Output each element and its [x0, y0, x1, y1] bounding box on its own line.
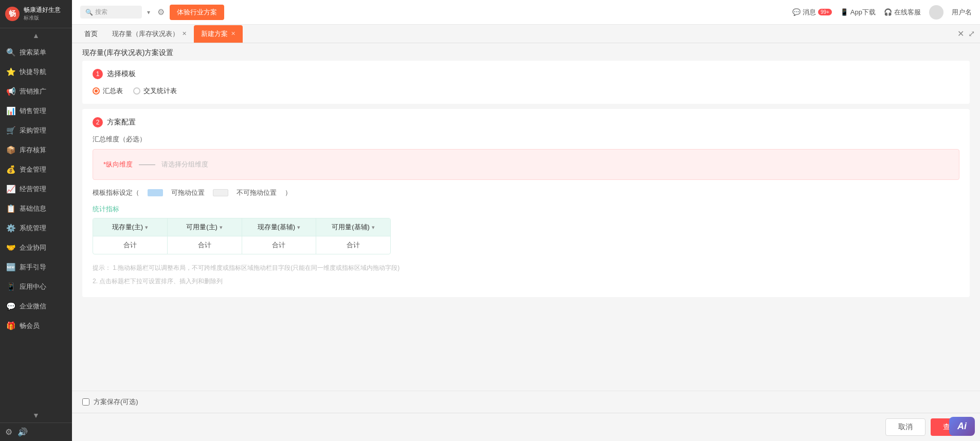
cancel-button[interactable]: 取消 — [885, 418, 925, 436]
stats-col-2-label: 现存量(基辅) — [258, 223, 296, 232]
trial-btn[interactable]: 体验行业方案 — [170, 5, 224, 20]
tab-new-plan-close[interactable]: ✕ — [231, 30, 235, 37]
section2-label: 方案配置 — [107, 118, 136, 127]
sound-icon[interactable]: 🔊 — [17, 427, 28, 437]
sidebar-item-inventory[interactable]: 📦 库存核算 — [0, 140, 72, 160]
dimension-required: *纵向维度 — [103, 160, 133, 169]
sidebar-item-basic[interactable]: 📋 基础信息 — [0, 199, 72, 218]
tab-inventory-close[interactable]: ✕ — [182, 30, 187, 37]
ai-badge[interactable]: Ai — [949, 417, 975, 436]
sidebar-item-newbie-label: 新手引导 — [20, 263, 46, 272]
sidebar-item-purchase[interactable]: 🛒 采购管理 — [0, 121, 72, 140]
stats-header-row: 现存量(主) ▾ 可用量(主) ▾ 现存量(基辅) ▾ — [93, 218, 390, 236]
indicator-draggable-label: 可拖动位置 — [171, 188, 205, 197]
non-draggable-indicator — [213, 189, 228, 196]
save-checkbox[interactable] — [82, 398, 89, 406]
topbar: 🔍 搜索 ▾ ⚙ 体验行业方案 💬 消息 99+ 📱 App下载 🎧 在线客服 … — [72, 0, 980, 25]
col2-dropdown-icon[interactable]: ▾ — [297, 224, 300, 231]
marketing-icon: 📢 — [6, 87, 15, 96]
dropdown-chevron[interactable]: ▾ — [147, 9, 150, 16]
sidebar-item-sales-label: 销售管理 — [20, 106, 46, 116]
sidebar-item-sales[interactable]: 📊 销售管理 — [0, 101, 72, 121]
sidebar-item-basic-label: 基础信息 — [20, 204, 46, 213]
radio-summary-circle — [93, 87, 100, 95]
tabs-bar: 首页 现存量（库存状况表） ✕ 新建方案 ✕ ✕ ⤢ — [72, 25, 980, 43]
message-icon: 💬 — [792, 8, 801, 16]
tab-inventory[interactable]: 现存量（库存状况表） ✕ — [105, 25, 194, 43]
radio-summary-label: 汇总表 — [103, 86, 123, 96]
panel-expand-btn[interactable]: ⤢ — [968, 29, 975, 39]
stats-body-row: 合计 合计 合计 合计 — [93, 236, 390, 254]
stats-section: 统计指标 现存量(主) ▾ 可用量(主) ▾ — [93, 205, 959, 254]
search-icon: 🔍 — [85, 9, 93, 16]
app-version: 标准版 — [24, 14, 61, 22]
customer-service-btn[interactable]: 🎧 在线客服 — [884, 8, 921, 17]
sidebar-item-quicknav-label: 快捷导航 — [20, 67, 46, 77]
sidebar-item-management-label: 经营管理 — [20, 185, 46, 194]
stats-col-1[interactable]: 可用量(主) ▾ — [168, 218, 242, 236]
sidebar-item-inventory-label: 库存核算 — [20, 145, 46, 155]
message-badge: 99+ — [818, 9, 832, 15]
stats-col-2[interactable]: 现存量(基辅) ▾ — [242, 218, 317, 236]
col1-dropdown-icon[interactable]: ▾ — [220, 224, 223, 231]
indicator-row: 模板指标设定（ 可拖动位置 不可拖动位置 ） — [93, 188, 959, 197]
app-download-btn[interactable]: 📱 App下载 — [840, 8, 876, 17]
app-name-block: 畅康通好生意 标准版 — [24, 6, 61, 22]
stats-col-0[interactable]: 现存量(主) ▾ — [93, 218, 168, 236]
bottom-bar: 取消 查询 — [72, 413, 980, 441]
sidebar-item-collab-label: 企业协同 — [20, 243, 46, 252]
radio-cross[interactable]: 交叉统计表 — [133, 86, 177, 96]
dimension-placeholder[interactable]: 请选择分组维度 — [161, 160, 208, 169]
sidebar-item-finance[interactable]: 💰 资金管理 — [0, 160, 72, 179]
sidebar-item-appstore[interactable]: 📱 应用中心 — [0, 277, 72, 297]
sidebar-item-member[interactable]: 🎁 畅会员 — [0, 316, 72, 336]
col0-dropdown-icon[interactable]: ▾ — [145, 224, 148, 231]
template-options: 汇总表 交叉统计表 — [93, 86, 959, 96]
wechat-icon: 💬 — [6, 302, 15, 311]
sidebar-item-marketing[interactable]: 📢 营销推广 — [0, 82, 72, 101]
ai-label: Ai — [957, 421, 967, 431]
sidebar-item-system[interactable]: ⚙️ 系统管理 — [0, 218, 72, 238]
sidebar-item-marketing-label: 营销推广 — [20, 87, 46, 96]
message-btn[interactable]: 💬 消息 99+ — [792, 8, 832, 17]
sales-icon: 📊 — [6, 106, 15, 116]
gear-icon[interactable]: ⚙ — [157, 7, 165, 17]
tab-new-plan[interactable]: 新建方案 ✕ — [194, 25, 243, 43]
sidebar-item-collab[interactable]: 🤝 企业协同 — [0, 238, 72, 258]
radio-summary[interactable]: 汇总表 — [93, 86, 123, 96]
quicknav-icon: ⭐ — [6, 67, 15, 77]
topbar-search[interactable]: 🔍 搜索 — [80, 6, 142, 19]
tab-new-plan-label: 新建方案 — [201, 29, 228, 39]
scroll-up-btn[interactable]: ▲ — [0, 28, 72, 43]
stats-col-3[interactable]: 可用量(基辅) ▾ — [316, 218, 390, 236]
section-config: 2 方案配置 汇总维度（必选） *纵向维度 —— 请选择分组维度 模板指标设定（… — [82, 109, 970, 297]
radio-cross-circle — [133, 87, 140, 95]
search-icon: 🔍 — [6, 48, 15, 57]
sidebar-item-appstore-label: 应用中心 — [20, 282, 46, 291]
section2-num: 2 — [93, 117, 103, 127]
section-template: 1 选择模板 汇总表 交叉统计表 — [82, 61, 970, 104]
settings-icon[interactable]: ⚙ — [5, 427, 12, 437]
finance-icon: 💰 — [6, 165, 15, 174]
tip-2: 2. 点击标题栏下拉可设置排序、插入列和删除列 — [93, 276, 959, 287]
indicator-end: ） — [285, 188, 292, 197]
sidebar-item-quicknav[interactable]: ⭐ 快捷导航 — [0, 62, 72, 82]
purchase-icon: 🛒 — [6, 126, 15, 135]
dimension-box: *纵向维度 —— 请选择分组维度 — [93, 149, 959, 180]
sidebar-item-newbie[interactable]: 🆕 新手引导 — [0, 258, 72, 277]
tab-home[interactable]: 首页 — [77, 25, 105, 43]
sidebar-item-system-label: 系统管理 — [20, 224, 46, 233]
col3-dropdown-icon[interactable]: ▾ — [372, 224, 375, 231]
management-icon: 📈 — [6, 185, 15, 194]
page-title: 现存量(库存状况表)方案设置 — [82, 48, 173, 58]
sidebar-item-management[interactable]: 📈 经营管理 — [0, 179, 72, 199]
stats-col-3-label: 可用量(基辅) — [332, 223, 370, 232]
panel-close-btn[interactable]: ✕ — [957, 29, 964, 39]
sidebar-item-search[interactable]: 🔍 搜索菜单 — [0, 43, 72, 62]
topbar-right: 💬 消息 99+ 📱 App下载 🎧 在线客服 用户名 — [792, 5, 972, 20]
user-avatar[interactable] — [929, 5, 943, 20]
scroll-down-btn[interactable]: ▼ — [0, 408, 72, 422]
member-icon: 🎁 — [6, 321, 15, 330]
sidebar-item-wechat[interactable]: 💬 企业微信 — [0, 297, 72, 316]
inventory-icon: 📦 — [6, 145, 15, 155]
